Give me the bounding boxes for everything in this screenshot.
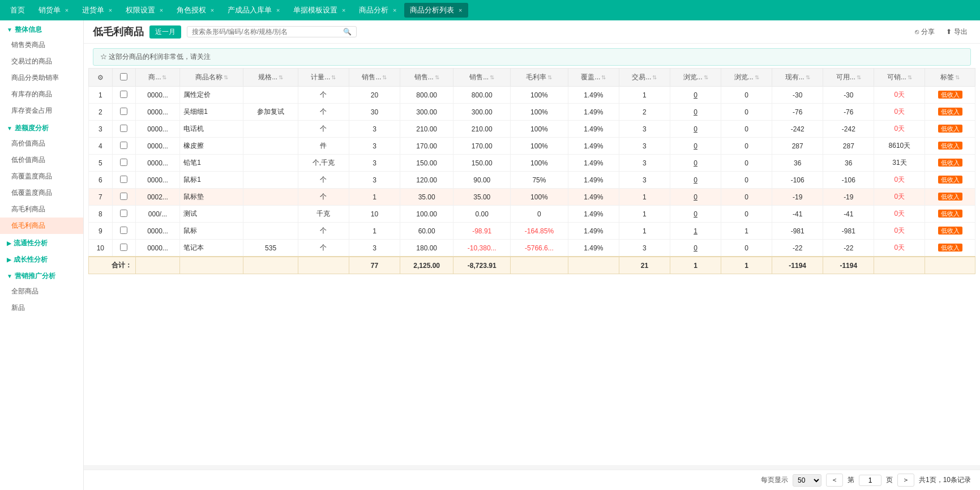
row-checkbox[interactable] [112,206,135,223]
close-icon[interactable]: × [65,7,69,14]
sidebar-group-growth[interactable]: ▶ 成长性分析 [0,250,83,267]
nav-role-auth[interactable]: 角色授权 × [171,3,220,18]
col-tag[interactable]: 标签⇅ [925,69,975,87]
row-checkbox[interactable] [112,240,135,257]
sidebar-item-high-coverage[interactable]: 高覆盖度商品 [0,168,83,185]
row-select-checkbox[interactable] [120,125,127,132]
view1-link[interactable]: 0 [694,176,697,184]
row-checkbox[interactable] [112,155,135,172]
view1-link[interactable]: 0 [694,210,697,218]
col-sales-price[interactable]: 销售...⇅ [400,69,453,87]
close-icon[interactable]: × [459,7,462,14]
col-view1[interactable]: 浏览...⇅ [670,69,721,87]
row-view1[interactable]: 0 [670,172,721,189]
col-coverage[interactable]: 覆盖...⇅ [568,69,619,87]
row-select-checkbox[interactable] [120,227,127,234]
col-sales-count[interactable]: 销售...⇅ [349,69,400,87]
row-view1[interactable]: 0 [670,104,721,121]
view1-link[interactable]: 0 [694,159,697,167]
col-current[interactable]: 现有...⇅ [772,69,823,87]
sidebar-group-difference[interactable]: ▼ 差额度分析 [0,119,83,135]
nav-purchase[interactable]: 进货单 × [76,3,118,18]
close-icon[interactable]: × [160,7,163,14]
view1-link[interactable]: 0 [694,108,697,116]
row-view1[interactable]: 0 [670,87,721,104]
sidebar-group-circulation[interactable]: ▶ 流通性分析 [0,234,83,250]
view1-link[interactable]: 1 [694,227,697,235]
row-view1[interactable]: 0 [670,189,721,206]
row-checkbox[interactable] [112,189,135,206]
nav-template-settings[interactable]: 单据模板设置 × [288,3,351,18]
row-view1[interactable]: 0 [670,121,721,138]
nav-home[interactable]: 首页 [5,3,31,18]
col-available[interactable]: 可用...⇅ [823,69,874,87]
export-button[interactable]: ⬆ 导出 [943,25,971,39]
nav-product-analysis-list[interactable]: 商品分析列表 × [404,3,468,18]
row-checkbox[interactable] [112,87,135,104]
col-unit[interactable]: 计量...⇅ [298,69,349,87]
nav-product-entry[interactable]: 产成品入库单 × [222,3,285,18]
row-select-checkbox[interactable] [120,142,127,149]
row-select-checkbox[interactable] [120,210,127,217]
col-spec[interactable]: 规格...⇅ [243,69,298,87]
row-view1[interactable]: 1 [670,223,721,240]
row-select-checkbox[interactable] [120,193,127,200]
row-select-checkbox[interactable] [120,176,127,183]
search-input[interactable] [192,28,343,36]
sidebar-group-marketing[interactable]: ▼ 营销推广分析 [0,267,83,283]
close-icon[interactable]: × [211,7,214,14]
nav-sales[interactable]: 销货单 × [33,3,74,18]
prev-page-button[interactable]: ＜ [826,474,843,487]
row-select-checkbox[interactable] [120,159,127,166]
share-button[interactable]: ⎋ 分享 [911,25,938,39]
next-page-button[interactable]: ＞ [897,474,914,487]
sidebar-item-sales-products[interactable]: 销售类商品 [0,37,83,53]
sidebar-item-low-margin[interactable]: 低毛利商品 [0,218,83,234]
row-view1[interactable]: 0 [670,138,721,155]
col-name[interactable]: 商品名称⇅ [180,69,243,87]
row-checkbox[interactable] [112,172,135,189]
view1-link[interactable]: 0 [694,244,697,252]
close-icon[interactable]: × [276,7,280,14]
nav-product-analysis[interactable]: 商品分析 × [353,3,402,18]
sidebar-item-high-value[interactable]: 高价值商品 [0,135,83,152]
sidebar-item-in-stock[interactable]: 有库存的商品 [0,86,83,103]
row-select-checkbox[interactable] [120,244,127,251]
row-checkbox[interactable] [112,121,135,138]
col-settings[interactable]: ⚙ [89,69,113,87]
close-icon[interactable]: × [342,7,345,14]
row-view1[interactable]: 0 [670,155,721,172]
nav-permissions[interactable]: 权限设置 × [120,3,169,18]
sidebar-item-low-coverage[interactable]: 低覆盖度商品 [0,185,83,201]
sidebar-item-category-rate[interactable]: 商品分类助销率 [0,70,83,86]
search-box[interactable]: 🔍 [187,26,357,37]
close-icon[interactable]: × [109,7,112,14]
row-checkbox[interactable] [112,138,135,155]
row-checkbox[interactable] [112,104,135,121]
sidebar-group-overall[interactable]: ▼ 整体信息 [0,20,83,37]
per-page-select[interactable]: 50 20 100 [793,474,821,487]
col-gross-margin[interactable]: 毛利率⇅ [511,69,568,87]
view1-link[interactable]: 0 [694,193,697,201]
view1-link[interactable]: 0 [694,91,697,99]
sidebar-item-high-margin[interactable]: 高毛利商品 [0,201,83,218]
select-all-checkbox[interactable] [120,73,127,80]
col-code[interactable]: 商...⇅ [135,69,180,87]
sidebar-item-traded-products[interactable]: 交易过的商品 [0,53,83,70]
col-trade[interactable]: 交易...⇅ [619,69,670,87]
page-number-input[interactable] [859,475,881,486]
row-view1[interactable]: 0 [670,240,721,257]
row-view1[interactable]: 0 [670,206,721,223]
row-select-checkbox[interactable] [120,108,127,115]
sidebar-item-low-value[interactable]: 低价值商品 [0,152,83,168]
sidebar-item-all-products[interactable]: 全部商品 [0,283,83,300]
col-checkbox[interactable] [112,69,135,87]
sidebar-item-new-products[interactable]: 新品 [0,300,83,316]
view1-link[interactable]: 0 [694,125,697,133]
search-icon[interactable]: 🔍 [343,28,352,36]
close-icon[interactable]: × [393,7,396,14]
col-sellable[interactable]: 可销...⇅ [874,69,925,87]
col-sales-amount[interactable]: 销售...⇅ [453,69,511,87]
filter-recent-month-button[interactable]: 近一月 [149,25,181,39]
table-container[interactable]: ⚙ 商...⇅ 商品名称⇅ 规格...⇅ 计量...⇅ 销售...⇅ 销售...… [84,68,980,465]
